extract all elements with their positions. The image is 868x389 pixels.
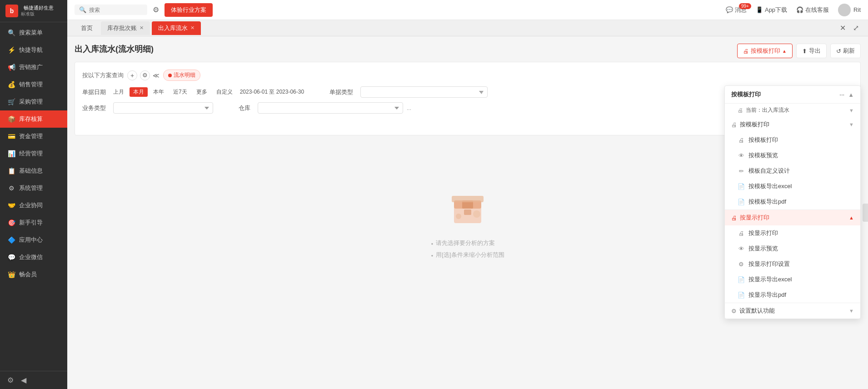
sidebar-item-sales[interactable]: 💰 销售管理 <box>0 76 67 93</box>
dropdown-current[interactable]: 🖨 当前：出入库流水 ▼ <box>725 104 860 117</box>
item-icon: 📄 <box>738 291 745 299</box>
date-option-更多[interactable]: 更多 <box>193 87 211 97</box>
industry-solution-button[interactable]: 体验行业方案 <box>165 3 213 17</box>
search-input[interactable] <box>89 7 135 13</box>
item-icon: 🖨 <box>738 229 745 237</box>
app-edition: 标准版 <box>21 11 54 17</box>
sidebar-item-finance[interactable]: 💳 资金管理 <box>0 128 67 145</box>
sidebar-item-member[interactable]: 👑 畅会员 <box>0 266 67 283</box>
dropdown-template-section: 🖨 按模板打印 ▼ 🖨 按模板打印👁 按模板预览✏ 模板自定义设计📄 按模板导出… <box>725 117 860 210</box>
nav-label-basic: 基础信息 <box>19 167 43 175</box>
display-item[interactable]: 📄 按显示导出pdf <box>725 287 860 303</box>
dropdown-chevron-up[interactable]: ▲ <box>848 91 854 98</box>
template-print-icon: 🖨 <box>731 121 737 128</box>
item-icon: ⚙ <box>738 260 745 268</box>
topbar-gear-icon[interactable]: ⚙ <box>153 5 159 14</box>
svg-point-5 <box>473 210 480 218</box>
print-icon: 🖨 <box>743 48 749 55</box>
nav-icon-inventory: 📦 <box>7 115 15 123</box>
filter-collapse-button[interactable]: ≪ <box>153 72 160 79</box>
date-option-上月[interactable]: 上月 <box>110 87 128 97</box>
online-service-button[interactable]: 🎧 在线客服 <box>796 6 829 14</box>
display-item[interactable]: 📄 按显示导出excel <box>725 272 860 287</box>
date-option-本月[interactable]: 本月 <box>130 87 148 97</box>
doctype-select[interactable] <box>360 86 488 98</box>
date-options: 上月本月本年近7天更多自定义 <box>110 87 236 97</box>
sidebar-item-operation[interactable]: 📊 经营管理 <box>0 145 67 162</box>
filter-biztype-item: 业务类型 <box>82 102 213 114</box>
item-icon: ✏ <box>738 167 745 175</box>
tab-flow[interactable]: 出入库流水 ✕ <box>152 21 201 35</box>
filter-chip[interactable]: 流水明细 <box>163 70 200 81</box>
warehouse-select[interactable] <box>258 102 403 114</box>
tab-home[interactable]: 首页 <box>75 21 99 35</box>
date-label: 单据日期 <box>82 88 106 96</box>
print-template-button[interactable]: 🖨 按模板打印 ▲ <box>737 44 793 58</box>
filter-add-button[interactable]: + <box>127 70 137 80</box>
dropdown-more-icon[interactable]: ··· <box>839 91 844 98</box>
sidebar-item-basic[interactable]: 📋 基础信息 <box>0 162 67 180</box>
topbar: 🔍 ⚙ 体验行业方案 💬 消息 99+ 📱 App下载 🎧 在线客服 Rit <box>67 0 868 20</box>
settings-default-icon: ⚙ <box>731 308 737 314</box>
svg-point-4 <box>456 214 461 219</box>
template-item[interactable]: 👁 按模板预览 <box>725 148 860 163</box>
sidebar-item-marketing[interactable]: 📢 营销推广 <box>0 59 67 76</box>
item-icon: 📄 <box>738 198 745 205</box>
biztype-select[interactable] <box>113 102 213 114</box>
template-item[interactable]: ✏ 模板自定义设计 <box>725 163 860 179</box>
template-item[interactable]: 🖨 按模板打印 <box>725 132 860 148</box>
item-label: 按模板打印 <box>748 136 778 144</box>
topbar-search-box[interactable]: 🔍 <box>75 5 147 15</box>
template-item[interactable]: 📄 按模板导出excel <box>725 179 860 194</box>
sidebar-item-wechat[interactable]: 💬 企业微信 <box>0 249 67 266</box>
sidebar-item-search[interactable]: 🔍 搜索菜单 <box>0 24 67 41</box>
settings-icon[interactable]: ⚙ <box>7 376 14 384</box>
display-item[interactable]: ⚙ 按显示打印设置 <box>725 256 860 272</box>
sidebar-item-enterprise[interactable]: 🤝 企业协同 <box>0 197 67 214</box>
nav-icon-sales: 💰 <box>7 80 15 89</box>
tab-batch[interactable]: 库存批次账 ✕ <box>101 21 150 35</box>
date-option-近7天[interactable]: 近7天 <box>170 87 191 97</box>
svg-rect-6 <box>464 209 471 215</box>
sidebar-item-appcenter[interactable]: 🔷 应用中心 <box>0 231 67 249</box>
template-section-header[interactable]: 🖨 按模板打印 ▼ <box>725 117 860 132</box>
nav-icon-finance: 💳 <box>7 132 15 140</box>
right-edge-button[interactable] <box>863 204 868 222</box>
export-icon: ⬆ <box>802 48 807 55</box>
filter-settings-button[interactable]: ⚙ <box>140 70 150 80</box>
sidebar-item-purchase[interactable]: 🛒 采购管理 <box>0 93 67 110</box>
tab-close-batch[interactable]: ✕ <box>140 25 144 31</box>
user-avatar-area[interactable]: Rit <box>838 4 861 16</box>
tab-close-all-button[interactable]: ✕ <box>838 23 848 33</box>
sidebar-item-inventory[interactable]: 📦 库存核算 <box>0 110 67 128</box>
item-icon: 👁 <box>738 245 745 252</box>
warehouse-more-button[interactable]: ... <box>407 105 411 111</box>
tab-close-flow[interactable]: ✕ <box>190 25 195 31</box>
sidebar-item-quicknav[interactable]: ⚡ 快捷导航 <box>0 41 67 59</box>
display-chevron: ▲ <box>849 215 854 220</box>
nav-label-quicknav: 快捷导航 <box>19 46 43 54</box>
date-option-本年[interactable]: 本年 <box>150 87 168 97</box>
tab-expand-button[interactable]: ⤢ <box>851 23 861 33</box>
nav-label-marketing: 营销推广 <box>19 63 43 71</box>
search-icon: 🔍 <box>79 6 86 13</box>
sidebar-item-guide[interactable]: 🎯 新手引导 <box>0 214 67 231</box>
tabbar-right: ✕ ⤢ <box>838 23 861 33</box>
collapse-sidebar-icon[interactable]: ◀ <box>21 376 26 384</box>
date-option-自定义[interactable]: 自定义 <box>213 87 236 97</box>
template-item[interactable]: 📄 按模板导出pdf <box>725 194 860 209</box>
nav-label-appcenter: 应用中心 <box>19 236 43 244</box>
page-toolbar: 🖨 按模板打印 ▲ ⬆ 导出 ↺ 刷新 <box>737 44 861 58</box>
display-section-header[interactable]: 🖨 按显示打印 ▲ <box>725 210 860 225</box>
app-download-button[interactable]: 📱 App下载 <box>756 6 787 14</box>
sidebar-item-system[interactable]: ⚙ 系统管理 <box>0 180 67 197</box>
display-item[interactable]: 🖨 按显示打印 <box>725 225 860 241</box>
export-button[interactable]: ⬆ 导出 <box>796 44 827 58</box>
item-label: 按显示打印 <box>748 229 778 237</box>
dropdown-footer[interactable]: ⚙ 设置默认功能 ▼ <box>725 303 860 319</box>
headset-icon: 🎧 <box>796 6 803 13</box>
message-button[interactable]: 💬 消息 99+ <box>726 6 747 14</box>
nav-icon-appcenter: 🔷 <box>7 236 15 244</box>
display-item[interactable]: 👁 按显示预览 <box>725 241 860 256</box>
refresh-button[interactable]: ↺ 刷新 <box>830 44 861 58</box>
